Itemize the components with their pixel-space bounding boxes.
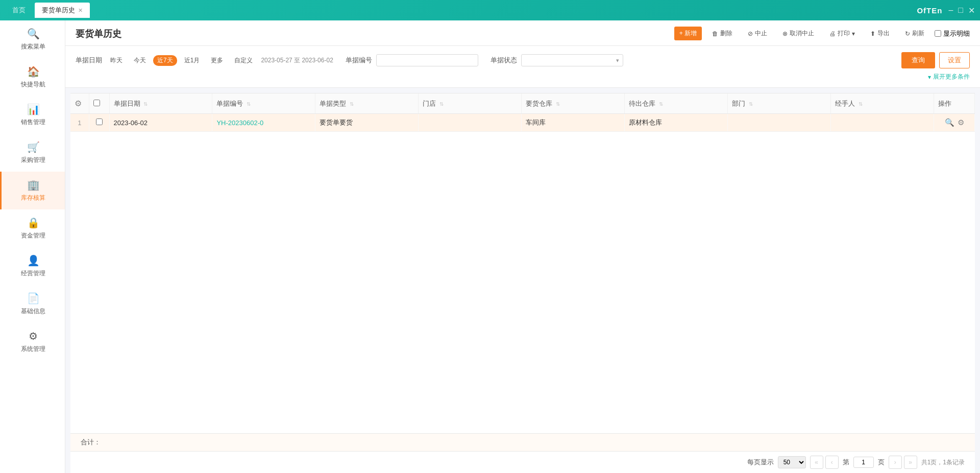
system-icon: ⚙: [29, 330, 38, 342]
sidebar-item-inventory[interactable]: 🏢 库存核算: [0, 172, 65, 209]
tab-home[interactable]: 首页: [5, 3, 33, 18]
sidebar-item-purchase[interactable]: 🛒 采购管理: [0, 134, 65, 172]
td-out-warehouse: 原材料仓库: [625, 114, 728, 132]
sort-docno-icon[interactable]: ⇅: [247, 101, 251, 107]
close-icon[interactable]: ✕: [968, 6, 975, 15]
cancel-stop-button[interactable]: ⊗ 取消中止: [777, 27, 819, 40]
print-button[interactable]: 🖨 打印 ▾: [824, 27, 860, 40]
last-page-btn[interactable]: »: [904, 456, 917, 469]
th-req-warehouse: 要货仓库 ⇅: [522, 93, 625, 114]
page-label-end: 页: [876, 458, 887, 467]
close-tab-icon[interactable]: ✕: [78, 3, 83, 18]
sidebar-item-system[interactable]: ⚙ 系统管理: [0, 323, 65, 361]
shortcut-yesterday[interactable]: 昨天: [106, 55, 127, 66]
table-row[interactable]: 1 2023-06-02 YH-20230602-0 要货单要货 车间库 原材料…: [70, 114, 975, 132]
td-handler: [831, 114, 934, 132]
minimize-icon[interactable]: –: [948, 6, 953, 15]
view-icon-btn[interactable]: 🔍: [945, 118, 954, 127]
stop-button[interactable]: ⊘ 中止: [743, 27, 772, 40]
status-label: 单据状态: [491, 56, 517, 65]
top-bar-right: OfTEn – □ ✕: [917, 6, 975, 15]
total-info: 共1页，1条记录: [921, 458, 965, 467]
refresh-icon: ↻: [905, 30, 910, 37]
shortcut-1month[interactable]: 近1月: [180, 55, 204, 66]
page-nav: « ‹ 第 页 › »: [810, 456, 917, 469]
display-detail-checkbox[interactable]: [935, 30, 941, 37]
status-filter-group: 单据状态: [491, 54, 623, 66]
page-size-select[interactable]: 10 20 50 100: [778, 456, 806, 468]
tab-bar: 首页 要货单历史 ✕: [5, 3, 917, 18]
docno-label: 单据编号: [346, 56, 372, 65]
docno-input[interactable]: [376, 54, 478, 66]
query-button[interactable]: 查询: [901, 52, 935, 68]
basic-icon: 📄: [27, 292, 40, 304]
expand-more-btn[interactable]: ▾ 展开更多条件: [928, 73, 970, 81]
content-body: ⚙ 单据日期 ⇅ 单据编号 ⇅: [70, 88, 975, 473]
sidebar-item-finance[interactable]: 🔒 资金管理: [0, 209, 65, 247]
th-docno: 单据编号 ⇅: [212, 93, 315, 114]
page-input[interactable]: [853, 457, 874, 468]
td-op: 🔍 ⚙: [934, 114, 975, 132]
pagination-bar: 每页显示 10 20 50 100 « ‹ 第 页 › » 共1页，1条记录: [70, 451, 975, 473]
maximize-icon[interactable]: □: [958, 6, 963, 15]
more-icon-btn[interactable]: ⚙: [958, 118, 964, 127]
prev-page-btn[interactable]: ‹: [825, 456, 839, 469]
td-docno: YH-20230602-0: [212, 114, 315, 132]
window-controls: – □ ✕: [948, 6, 975, 15]
sidebar-item-search[interactable]: 🔍 搜索菜单: [0, 20, 65, 58]
sort-date-icon[interactable]: ⇅: [143, 101, 148, 107]
th-out-warehouse: 待出仓库 ⇅: [625, 93, 728, 114]
th-dept: 部门 ⇅: [728, 93, 831, 114]
display-detail-toggle[interactable]: 显示明细: [935, 29, 970, 38]
sort-outwh-icon[interactable]: ⇅: [659, 101, 663, 107]
sort-store-icon[interactable]: ⇅: [439, 101, 444, 107]
sort-reqwh-icon[interactable]: ⇅: [556, 101, 560, 107]
settings-gear-icon[interactable]: ⚙: [75, 99, 82, 108]
tab-requisition-history[interactable]: 要货单历史 ✕: [35, 3, 90, 18]
docno-link[interactable]: YH-20230602-0: [216, 119, 263, 127]
first-page-btn[interactable]: «: [810, 456, 823, 469]
table-footer: 合计：: [70, 433, 975, 451]
status-select[interactable]: [521, 54, 623, 66]
inventory-icon: 🏢: [27, 179, 40, 191]
sidebar-item-nav[interactable]: 🏠 快捷导航: [0, 58, 65, 96]
next-page-btn[interactable]: ›: [889, 456, 902, 469]
row-checkbox[interactable]: [96, 119, 103, 125]
td-date: 2023-06-02: [109, 114, 212, 132]
expand-icon: ▾: [928, 74, 931, 81]
setting-button[interactable]: 设置: [939, 52, 970, 68]
date-shortcuts: 昨天 今天 近7天 近1月 更多 自定义: [106, 55, 257, 66]
th-check: [89, 93, 109, 114]
shortcut-custom[interactable]: 自定义: [230, 55, 257, 66]
th-date: 单据日期 ⇅: [109, 93, 212, 114]
select-all-checkbox[interactable]: [93, 100, 100, 106]
shortcut-today[interactable]: 今天: [130, 55, 150, 66]
sidebar-item-sales[interactable]: 📊 销售管理: [0, 96, 65, 134]
sort-doctype-icon[interactable]: ⇅: [350, 101, 354, 107]
sort-dept-icon[interactable]: ⇅: [749, 101, 753, 107]
search-icon: 🔍: [27, 28, 40, 40]
op-icons: 🔍 ⚙: [938, 118, 970, 127]
total-label: 合计：: [81, 438, 101, 447]
delete-button[interactable]: 🗑 删除: [707, 27, 738, 40]
th-doctype: 单据类型 ⇅: [315, 93, 419, 114]
th-op: 操作: [934, 93, 975, 114]
export-button[interactable]: ⬆ 导出: [865, 27, 895, 40]
shortcut-more[interactable]: 更多: [207, 55, 227, 66]
filter-action-btns: 查询 设置: [901, 52, 970, 68]
purchase-icon: 🛒: [27, 141, 40, 153]
shortcut-7days[interactable]: 近7天: [153, 55, 177, 66]
new-button[interactable]: + 新增: [674, 27, 702, 40]
brand-logo: OfTEn: [917, 6, 942, 15]
toolbar: + 新增 🗑 删除 ⊘ 中止 ⊗ 取消中止 🖨 打印 ▾ ⬆ 导出: [674, 27, 970, 45]
date-label: 单据日期: [76, 56, 102, 65]
sidebar-item-basic[interactable]: 📄 基础信息: [0, 285, 65, 323]
operation-icon: 👤: [27, 254, 40, 267]
th-handler: 经手人 ⇅: [831, 93, 934, 114]
sort-handler-icon[interactable]: ⇅: [859, 101, 863, 107]
sidebar-item-operation[interactable]: 👤 经营管理: [0, 247, 65, 285]
refresh-button[interactable]: ↻ 刷新: [900, 27, 929, 40]
cancel-stop-icon: ⊗: [782, 30, 788, 37]
print-icon: 🖨: [829, 30, 836, 37]
table-header: ⚙ 单据日期 ⇅ 单据编号 ⇅: [70, 93, 975, 114]
